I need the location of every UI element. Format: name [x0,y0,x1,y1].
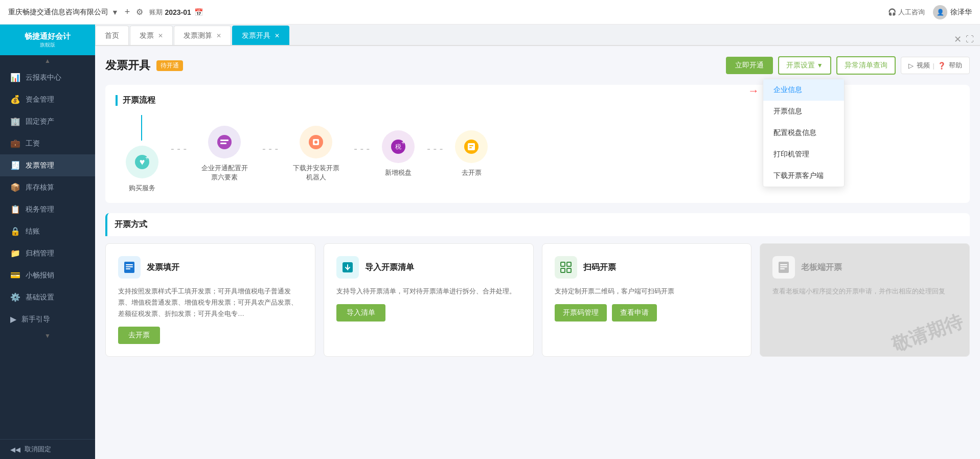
sidebar-item-gongzi[interactable]: 💼 工资 [0,132,95,154]
tab-bar: 首页 发票 ✕ 发票测算 ✕ 发票开具 ✕ ✕ ⛶ [95,25,980,46]
question-icon: ❓ [938,62,946,70]
tab-fapiao-active[interactable]: 发票开具 ✕ [232,26,289,45]
sidebar-item-jichushezhi[interactable]: ⚙️ 基础设置 [0,286,95,308]
card-header-4: 老板端开票 [772,256,957,279]
sidebar-item-shuiwu[interactable]: 📋 税务管理 [0,198,95,220]
sidebar-item-zijin[interactable]: 💰 资金管理 [0,88,95,110]
tab-fapiao-calc-label: 发票测算 [184,31,212,40]
svg-text:+: + [145,154,149,162]
sidebar-item-xiaochang[interactable]: 💳 小畅报销 [0,264,95,286]
tab-fapiao-label: 发票 [140,31,154,40]
step-divider [141,115,142,141]
card-header-2: 导入开票清单 [336,256,521,279]
step-icon-4: 税+ [382,130,415,163]
card-btn-1[interactable]: 去开票 [118,327,160,344]
cancel-pin-button[interactable]: ◀◀ 取消固定 [0,439,95,459]
billing-card-qr: 扫码开票 支持定制开票二维码，客户端可扫码开票 开票码管理 查看申请 [542,243,752,357]
sidebar-item-label: 税务管理 [26,205,54,214]
step-label-4: 新增税盘 [385,168,412,177]
arrow-4: - - - [427,143,443,155]
settings-button[interactable]: 开票设置 ▼ [778,56,831,75]
sidebar-item-yunbiaobiao[interactable]: 📊 云报表中心 [0,66,95,88]
page-title: 发票开具 [105,58,150,73]
dropdown-item-download[interactable]: 下载开票客户端 [763,165,844,187]
top-bar-right: 🎧 人工咨询 👤 徐泽华 [888,5,972,19]
status-badge: 待开通 [156,60,183,71]
arrow-2: - - - [262,143,278,155]
tax-icon: 📋 [10,204,20,214]
card-icon-1 [118,256,141,279]
step-icon-2 [208,126,241,158]
sidebar-item-label: 归档管理 [26,249,54,258]
service-button[interactable]: 🎧 人工咨询 [888,8,925,17]
tab-fapiao-calc[interactable]: 发票测算 ✕ [174,26,231,45]
sidebar-item-gudingzichan[interactable]: 🏢 固定资产 [0,110,95,132]
sidebar-item-kucun[interactable]: 📦 库存核算 [0,176,95,198]
dropdown-item-company[interactable]: 企业信息 [763,79,844,101]
card-btn-2[interactable]: 导入清单 [336,304,385,322]
sidebar-logo: 畅捷通好会计 旗舰版 [0,25,95,55]
close-all-icon[interactable]: ✕ [954,34,962,45]
top-bar: 重庆畅捷交通信息咨询有限公司 ▼ + ⚙ 账期 2023-01 📅 🎧 人工咨询… [0,0,980,25]
sidebar-scroll-down[interactable]: ▼ [0,330,95,341]
sidebar-item-guidang[interactable]: 📁 归档管理 [0,242,95,264]
sidebar-scroll-up[interactable]: ▲ [0,55,95,66]
page-title-row: 发票开具 待开通 [105,58,183,73]
card-buttons-3: 开票码管理 查看申请 [555,304,739,322]
sidebar-item-label: 基础设置 [26,293,54,302]
dropdown-item-printer[interactable]: 打印机管理 [763,144,844,165]
svg-point-8 [314,141,317,144]
dropdown-item-billing-info[interactable]: 开票信息 [763,101,844,122]
tab-close-icon[interactable]: ✕ [158,32,163,39]
add-company-icon[interactable]: + [125,7,130,17]
step-icon-3 [300,126,332,158]
logo-edition: 旗舰版 [25,41,71,49]
tab-close-active-icon[interactable]: ✕ [275,32,280,39]
step-label-1: 购买服务 [129,183,155,193]
avatar: 👤 [933,5,947,19]
sidebar-item-label: 结账 [26,227,40,236]
cancel-pin-label: 取消固定 [25,445,51,454]
process-step-2: 企业开通配置开票六要素 [189,126,260,182]
step-label-3: 下载并安装开票机器人 [290,164,341,182]
period-value: 2023-01 [165,8,191,16]
abnormal-button[interactable]: 异常清单查询 [836,56,896,75]
video-help-button[interactable]: ▷ 视频 | ❓ 帮助 [901,57,970,74]
dropdown-item-taxdisk[interactable]: 配置税盘信息 [763,122,844,144]
card-btn-3a[interactable]: 开票码管理 [555,304,607,322]
calendar-icon[interactable]: 📅 [194,8,203,16]
user-info[interactable]: 👤 徐泽华 [933,5,972,19]
company-dropdown-icon[interactable]: ▼ [111,8,119,16]
svg-rect-29 [780,268,785,269]
card-title-3: 扫码开票 [583,262,616,273]
main-layout: 畅捷通好会计 旗舰版 ▲ 📊 云报表中心 💰 资金管理 🏢 固定资产 💼 工资 … [0,25,980,459]
activate-button[interactable]: 立即开通 [726,57,773,74]
billing-card-fillopen: 发票填开 支持按照发票样式手工填开发票；可开具增值税电子普通发票、增值税普通发票… [105,243,315,357]
settings-button-label: 开票设置 [786,61,815,70]
sidebar-item-label: 固定资产 [26,117,54,126]
billing-grid: 发票填开 支持按照发票样式手工填开发票；可开具增值税电子普通发票、增值税普通发票… [105,243,970,357]
maximize-icon[interactable]: ⛶ [966,35,974,44]
settings-icon[interactable]: ⚙ [136,7,143,17]
video-label: 视频 [917,61,930,70]
arrow-1: - - - [171,143,187,155]
svg-rect-25 [567,268,571,272]
card-icon-2 [336,256,359,279]
sidebar-item-jiezhang[interactable]: 🔒 结账 [0,220,95,242]
sidebar-item-xinshou[interactable]: ▶ 新手引导 [0,308,95,330]
process-step-1: ♥+ 购买服务 [116,115,169,193]
svg-rect-18 [126,266,133,267]
svg-rect-27 [780,264,787,265]
expense-icon: 💳 [10,270,20,280]
billing-section: 开票方式 发票填开 支持按照发票样式手工填开发票；可开具增值税电子普通发票、增值… [105,213,970,357]
tab-close-icon[interactable]: ✕ [216,32,221,39]
billing-card-boss: 老板端开票 查看老板端小程序提交的开票申请，并作出相应的处理回复 敬请期待 [760,243,970,357]
tab-fapiao[interactable]: 发票 ✕ [130,26,173,45]
tab-home[interactable]: 首页 [95,26,129,45]
sidebar-item-label: 发票管理 [26,161,54,170]
sidebar-item-fapiao[interactable]: 🧾 发票管理 [0,154,95,176]
svg-point-3 [217,135,232,149]
card-header-1: 发票填开 [118,256,303,279]
svg-text:+: + [401,139,405,146]
card-btn-3b[interactable]: 查看申请 [612,304,657,322]
